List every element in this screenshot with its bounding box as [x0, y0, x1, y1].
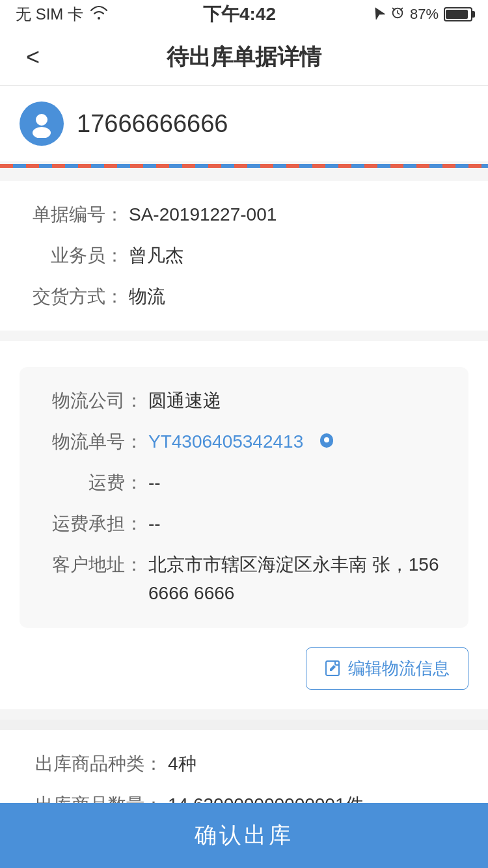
tracking-row: 物流单号： YT4306405342413 [39, 427, 449, 457]
tracking-location-icon[interactable] [315, 431, 338, 455]
confirm-bar[interactable]: 确认出库 [0, 803, 488, 868]
logistics-company-value: 圆通速递 [148, 387, 449, 416]
freight-bear-label: 运费承担： [39, 509, 143, 539]
basic-info-section: 单据编号： SA-20191227-001 业务员： 曾凡杰 交货方式： 物流 [0, 181, 488, 331]
tracking-label: 物流单号： [39, 427, 143, 457]
address-value: 北京市市辖区海淀区永丰南 张，156 6666 6666 [148, 550, 449, 609]
battery-percentage: 87% [410, 6, 439, 23]
freight-bear-value: -- [148, 509, 449, 539]
carrier-label: 无 SIM 卡 [16, 4, 83, 25]
logistics-company-row: 物流公司： 圆通速递 [39, 387, 449, 416]
product-type-label: 出库商品种类： [20, 750, 163, 779]
avatar [20, 102, 64, 146]
logistics-section: 物流公司： 圆通速递 物流单号： YT4306405342413 运费： -- … [0, 341, 488, 709]
svg-point-2 [33, 127, 51, 138]
user-section: 17666666666 [0, 86, 488, 161]
back-button[interactable]: < [20, 37, 46, 77]
product-type-row: 出库商品种类： 4种 [20, 750, 468, 779]
delivery-label: 交货方式： [20, 282, 124, 312]
tracking-value: YT4306405342413 [148, 427, 449, 457]
edit-icon [325, 660, 343, 678]
address-row: 客户地址： 北京市市辖区海淀区永丰南 张，156 6666 6666 [39, 550, 449, 609]
nav-bar: < 待出库单据详情 [0, 29, 488, 86]
freight-bear-row: 运费承担： -- [39, 509, 449, 539]
edit-logistics-row: 编辑物流信息 [20, 641, 468, 690]
delivery-value: 物流 [129, 282, 468, 312]
delivery-row: 交货方式： 物流 [20, 282, 468, 312]
svg-point-5 [324, 437, 329, 442]
logistics-company-label: 物流公司： [39, 387, 143, 416]
status-time: 下午4:42 [203, 2, 276, 27]
dashed-divider [0, 164, 488, 168]
status-left: 无 SIM 卡 [16, 4, 108, 25]
page-title: 待出库单据详情 [167, 42, 321, 72]
location-status-icon [371, 5, 385, 23]
address-label: 客户地址： [39, 550, 143, 580]
tracking-number: YT4306405342413 [148, 431, 303, 452]
salesman-label: 业务员： [20, 241, 124, 271]
logistics-card: 物流公司： 圆通速递 物流单号： YT4306405342413 运费： -- … [20, 367, 468, 628]
section-divider [0, 720, 488, 730]
product-type-value: 4种 [168, 750, 468, 779]
svg-point-1 [36, 114, 47, 126]
freight-label: 运费： [39, 468, 143, 498]
freight-value: -- [148, 468, 449, 498]
battery-icon [444, 7, 472, 21]
edit-logistics-button[interactable]: 编辑物流信息 [306, 647, 468, 690]
status-bar: 无 SIM 卡 下午4:42 87% [0, 0, 488, 29]
edit-logistics-label: 编辑物流信息 [348, 657, 450, 680]
alarm-icon [390, 5, 405, 23]
freight-row: 运费： -- [39, 468, 449, 498]
status-right: 87% [371, 5, 472, 23]
order-no-value: SA-20191227-001 [129, 200, 468, 230]
avatar-icon [27, 109, 56, 138]
order-no-label: 单据编号： [20, 200, 124, 230]
wifi-icon [90, 5, 108, 23]
order-no-row: 单据编号： SA-20191227-001 [20, 200, 468, 230]
confirm-button[interactable]: 确认出库 [195, 821, 293, 850]
user-phone: 17666666666 [77, 110, 228, 138]
salesman-row: 业务员： 曾凡杰 [20, 241, 468, 271]
salesman-value: 曾凡杰 [129, 241, 468, 271]
